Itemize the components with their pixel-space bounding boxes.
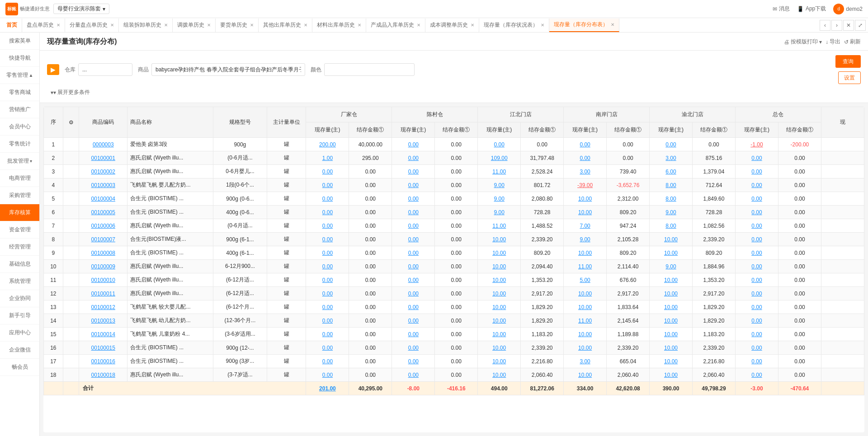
table-cell[interactable]: 00100003 — [79, 178, 127, 192]
sidebar-item-system[interactable]: 系统管理 — [0, 273, 39, 290]
tab-chengbentiaoz[interactable]: 成本调整单历史 ✕ — [425, 19, 479, 32]
table-cell[interactable]: 00100013 — [79, 314, 127, 328]
sidebar-item-retail-mgmt[interactable]: 零售管理 ▲ — [0, 67, 39, 84]
chevron-down-icon: ▾▾ — [51, 89, 56, 96]
table-cell[interactable]: 00100001 — [79, 151, 127, 165]
expand-more-btn[interactable]: ▾▾ 展开更多条件 — [47, 87, 94, 98]
color-input[interactable] — [324, 63, 415, 76]
sidebar-item-ecommerce[interactable]: 电商管理 — [0, 170, 39, 187]
table-cell — [63, 300, 79, 314]
tab-zuhe[interactable]: 组装拆卸单历史 ✕ — [119, 19, 173, 32]
close-icon[interactable]: ✕ — [250, 23, 254, 28]
tab-bar: 首页 盘点单历史 ✕ 分量盘点单历史 ✕ 组装拆卸单历史 ✕ 调拨单历史 ✕ 要… — [0, 18, 868, 33]
table-cell[interactable]: 00100012 — [79, 300, 127, 314]
store-selector[interactable]: 母婴行业演示陈套 ▾ — [53, 4, 109, 14]
table-cell: 1.00 — [306, 151, 349, 165]
th-gear[interactable]: ⚙ — [63, 107, 79, 138]
table-cell: 0.00 — [349, 341, 392, 355]
close-icon[interactable]: ✕ — [541, 23, 544, 28]
table-cell: 2,114.40 — [607, 260, 650, 273]
chevron-down-icon: ▾ — [819, 39, 822, 45]
table-cell: 0.00 — [306, 368, 349, 382]
table-cell: 10.00 — [564, 206, 607, 219]
tab-cailiao[interactable]: 材料出库单历史 ✕ — [312, 19, 366, 32]
chevron-down-icon: ▾ — [30, 159, 32, 164]
app-download-btn[interactable]: 📱 App下载 — [797, 5, 826, 13]
table-cell: 400g (6-1... — [213, 246, 267, 260]
table-cell[interactable]: 00100016 — [79, 355, 127, 368]
close-icon[interactable]: ✕ — [417, 23, 420, 28]
tab-chengpin[interactable]: 产成品入库单历史 ✕ — [366, 19, 425, 32]
table-cell[interactable]: 00100010 — [79, 273, 127, 287]
sidebar-item-retail-stats[interactable]: 零售统计 — [0, 136, 39, 153]
sidebar-item-retail-mall[interactable]: 零售商城 — [0, 84, 39, 101]
table-cell[interactable]: 00100018 — [79, 368, 127, 382]
tab-fenpandian[interactable]: 分量盘点单历史 ✕ — [65, 19, 119, 32]
table-cell[interactable]: 00100004 — [79, 192, 127, 206]
table-cell[interactable]: 00100007 — [79, 233, 127, 246]
collapse-btn[interactable]: ▶ — [47, 64, 59, 75]
sidebar-item-inventory[interactable]: 库存核算 — [0, 204, 39, 221]
sidebar-item-guide[interactable]: 新手引导 — [0, 307, 39, 324]
close-icon[interactable]: ✕ — [110, 23, 114, 28]
sidebar-item-ops[interactable]: 经营管理 — [0, 239, 39, 256]
sidebar-item-search[interactable]: 搜索英单 — [0, 33, 39, 50]
table-cell[interactable]: 00100002 — [79, 165, 127, 178]
sidebar-item-base[interactable]: 基础信息 — [0, 256, 39, 273]
sidebar-item-finance[interactable]: 资金管理 — [0, 221, 39, 239]
sidebar-item-weixin[interactable]: 企业微信 — [0, 342, 39, 359]
goods-input[interactable] — [151, 63, 305, 76]
close-icon[interactable]: ✕ — [304, 23, 307, 28]
user-avatar-btn[interactable]: d demo2 — [833, 4, 863, 14]
tab-kucunzhuangkuang[interactable]: 现存量（库存状况表） ✕ — [479, 19, 549, 32]
sidebar-item-enterprise[interactable]: 企业协同 — [0, 290, 39, 307]
sidebar-item-member[interactable]: 会员中心 — [0, 118, 39, 136]
table-cell: 罐 — [267, 273, 306, 287]
warehouse-input[interactable] — [78, 63, 132, 76]
table-cell: 惠氏启赋 (Wyeth illu... — [127, 151, 213, 165]
table-cell[interactable]: 00100008 — [79, 246, 127, 260]
sidebar-item-marketing[interactable]: 营销推广 — [0, 101, 39, 118]
query-btn[interactable]: 查询 — [835, 55, 861, 68]
table-cell: 0.00 — [607, 138, 650, 151]
message-btn[interactable]: ✉ 消息 — [773, 5, 790, 13]
tab-expand-btn[interactable]: ⤢ — [855, 20, 866, 31]
close-icon[interactable]: ✕ — [471, 23, 474, 28]
refresh-btn[interactable]: ↺ 刷新 — [844, 38, 861, 46]
close-icon[interactable]: ✕ — [164, 23, 168, 28]
table-cell[interactable]: 00100015 — [79, 341, 127, 355]
setting-btn[interactable]: 设置 — [838, 71, 861, 84]
tab-close-all-btn[interactable]: ✕ — [843, 20, 854, 31]
sidebar-item-wholesale-mgmt[interactable]: 批发管理 ▾ — [0, 153, 39, 170]
table-cell: 8.00 — [650, 219, 693, 233]
table-cell[interactable]: 00100006 — [79, 219, 127, 233]
table-cell[interactable]: 0000003 — [79, 138, 127, 151]
tab-qitachuku[interactable]: 其他出库单历史 ✕ — [259, 19, 312, 32]
table-cell[interactable]: 00100014 — [79, 328, 127, 341]
export-btn[interactable]: ↓ 导出 — [826, 38, 840, 46]
tab-next-btn[interactable]: › — [831, 20, 842, 31]
sidebar-item-purchase[interactable]: 采购管理 — [0, 187, 39, 204]
print-btn[interactable]: 🖨 按模版打印 ▾ — [784, 38, 822, 46]
tab-home[interactable]: 首页 — [2, 19, 22, 32]
close-icon[interactable]: ✕ — [57, 23, 60, 28]
close-icon[interactable]: ✕ — [207, 23, 211, 28]
tab-pandian[interactable]: 盘点单历史 ✕ — [22, 19, 65, 32]
sidebar-item-apps[interactable]: 应用中心 — [0, 324, 39, 342]
close-icon[interactable]: ✕ — [611, 22, 614, 27]
table-cell: 5 — [44, 192, 63, 206]
table-cell: 6-12月900... — [213, 260, 267, 273]
table-cell: 1,829.20 — [521, 314, 564, 328]
sidebar-item-quicknav[interactable]: 快捷导航 — [0, 50, 39, 67]
tab-kucunfenbu[interactable]: 现存量（库存分布表） ✕ — [549, 19, 619, 32]
tab-diaobo[interactable]: 调拨单历史 ✕ — [173, 19, 216, 32]
close-icon[interactable]: ✕ — [358, 23, 361, 28]
table-cell[interactable]: 00100009 — [79, 260, 127, 273]
table-cell[interactable]: 00100011 — [79, 287, 127, 300]
tab-yaohuo[interactable]: 要货单历史 ✕ — [216, 19, 259, 32]
table-cell[interactable]: 00100005 — [79, 206, 127, 219]
table-cell — [821, 246, 864, 260]
sidebar-item-vip[interactable]: 畅会员 — [0, 359, 39, 376]
table-cell: -39.00 — [564, 178, 607, 192]
tab-prev-btn[interactable]: ‹ — [820, 20, 830, 31]
